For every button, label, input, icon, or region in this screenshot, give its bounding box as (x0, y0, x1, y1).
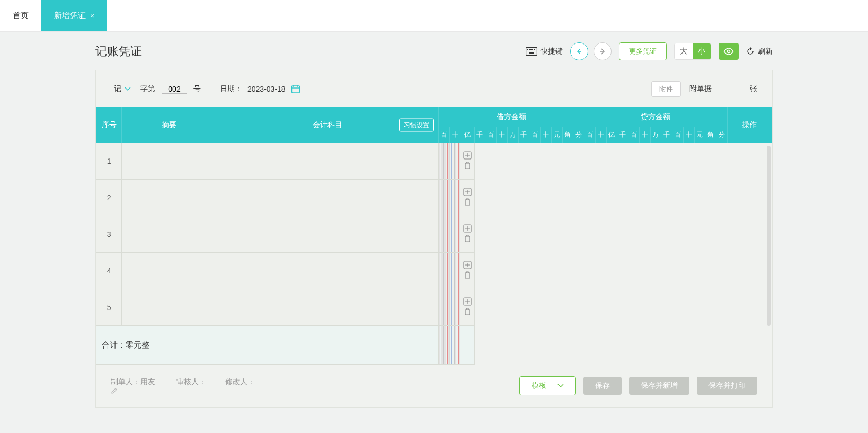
col-credit: 贷方金额 (584, 107, 728, 127)
voucher-number-input[interactable] (162, 85, 187, 94)
digit-header: 角 (562, 127, 573, 143)
tab-bar: 首页 新增凭证 × (0, 0, 868, 32)
digit-header: 千 (518, 127, 529, 143)
seq-cell: 1 (96, 143, 122, 180)
amount-cell[interactable] (438, 253, 449, 289)
tab-new-voucher[interactable]: 新增凭证 × (41, 0, 107, 31)
total-label-cell: 合计：零元整 (96, 326, 439, 365)
col-seq: 序号 (96, 107, 122, 143)
add-row-icon[interactable] (463, 261, 472, 269)
arrow-right-icon (598, 47, 607, 56)
summary-cell[interactable] (122, 289, 216, 326)
digit-header: 千 (661, 127, 672, 143)
svg-rect-0 (526, 48, 537, 56)
tab-home[interactable]: 首页 (0, 0, 41, 31)
attachment-label[interactable]: 附单据 (689, 84, 712, 94)
save-new-button[interactable]: 保存并新增 (629, 377, 689, 395)
table-row: 3 (96, 216, 772, 253)
digit-header: 分 (716, 127, 728, 143)
next-button[interactable] (594, 42, 612, 60)
digit-header: 十 (449, 127, 460, 143)
total-amount-cell (449, 326, 460, 365)
amount-cell[interactable] (438, 216, 449, 253)
add-row-icon[interactable] (463, 188, 472, 196)
summary-cell[interactable] (122, 180, 216, 216)
digit-header: 十 (639, 127, 650, 143)
total-row: 合计：零元整 (96, 326, 772, 365)
amount-cell[interactable] (449, 289, 460, 326)
close-icon[interactable]: × (90, 12, 94, 20)
ops-cell (460, 253, 474, 289)
digit-header: 百 (584, 127, 596, 143)
table-row: 2 (96, 180, 772, 216)
amount-cell[interactable] (438, 180, 449, 216)
account-cell[interactable] (216, 143, 438, 180)
ops-cell (460, 289, 474, 326)
amount-cell[interactable] (449, 253, 460, 289)
digit-header: 万 (650, 127, 661, 143)
template-label: 模板 (532, 381, 546, 391)
tab-label: 新增凭证 (54, 11, 86, 21)
template-button[interactable]: 模板 (519, 376, 576, 395)
voucher-card: 记 字第 号 日期： 2023-03-18 附件 附单据 (95, 70, 773, 408)
habit-settings-button[interactable]: 习惯设置 (399, 118, 434, 131)
account-cell[interactable] (216, 216, 438, 253)
delete-row-icon[interactable] (464, 234, 471, 243)
sheet-count-input[interactable] (720, 85, 741, 93)
amount-cell[interactable] (449, 143, 460, 180)
add-row-icon[interactable] (463, 297, 472, 306)
date-value: 2023-03-18 (247, 85, 286, 93)
voucher-type-dropdown[interactable]: 记 (111, 83, 134, 95)
size-toggle: 大 小 (674, 43, 711, 60)
digit-header: 千 (474, 127, 485, 143)
date-label: 日期： (220, 84, 242, 94)
summary-cell[interactable] (122, 143, 216, 180)
ops-cell (460, 216, 474, 253)
scrollbar[interactable] (767, 146, 771, 326)
account-cell[interactable] (216, 180, 438, 216)
amount-cell[interactable] (438, 143, 449, 180)
ops-cell (460, 180, 474, 216)
visibility-button[interactable] (719, 43, 739, 60)
attachment-button[interactable]: 附件 (651, 81, 681, 97)
amount-cell[interactable] (449, 216, 460, 253)
account-cell[interactable] (216, 289, 438, 326)
size-large[interactable]: 大 (675, 43, 693, 59)
edit-maker-icon[interactable] (111, 387, 157, 394)
digit-header: 百 (628, 127, 640, 143)
table-row: 5 (96, 289, 772, 326)
refresh-button[interactable]: 刷新 (746, 47, 773, 56)
eye-icon (723, 48, 734, 55)
amount-cell[interactable] (438, 289, 449, 326)
account-cell[interactable] (216, 253, 438, 289)
delete-row-icon[interactable] (464, 198, 471, 206)
delete-row-icon[interactable] (464, 271, 471, 279)
amount-cell[interactable] (449, 180, 460, 216)
digit-header: 千 (617, 127, 628, 143)
shortcut-button[interactable]: 快捷键 (526, 47, 563, 56)
calendar-icon[interactable] (291, 84, 300, 94)
svg-rect-3 (530, 49, 532, 50)
summary-cell[interactable] (122, 216, 216, 253)
table-row: 1 (96, 143, 772, 180)
svg-rect-8 (291, 86, 299, 93)
digit-header: 角 (705, 127, 716, 143)
add-row-icon[interactable] (463, 151, 472, 160)
refresh-icon (746, 47, 755, 56)
col-summary: 摘要 (122, 107, 216, 143)
size-small[interactable]: 小 (693, 43, 711, 59)
delete-row-icon[interactable] (464, 161, 471, 170)
digit-header: 十 (595, 127, 606, 143)
auditor: 审核人： (176, 377, 206, 394)
delete-row-icon[interactable] (464, 307, 471, 316)
more-vouchers-button[interactable]: 更多凭证 (619, 42, 667, 60)
svg-point-7 (728, 50, 730, 53)
digit-header: 十 (541, 127, 552, 143)
table-row: 4 (96, 253, 772, 289)
summary-cell[interactable] (122, 253, 216, 289)
save-print-button[interactable]: 保存并打印 (697, 377, 757, 395)
prev-button[interactable] (570, 42, 588, 60)
add-row-icon[interactable] (463, 224, 472, 233)
col-account-label: 会计科目 (313, 120, 342, 129)
save-button[interactable]: 保存 (583, 377, 622, 395)
